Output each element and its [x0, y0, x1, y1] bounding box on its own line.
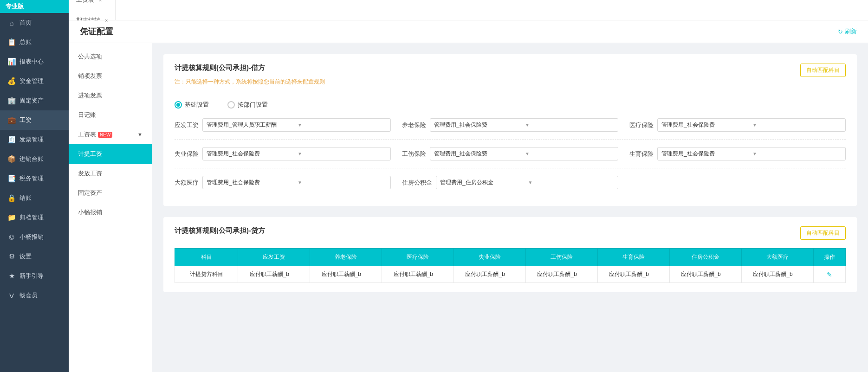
- form-label-生育保险: 生育保险: [629, 150, 654, 158]
- assets-icon: 🏢: [7, 96, 16, 105]
- form-select-失业保险[interactable]: 管理费用_社会保险费 ▼: [202, 147, 391, 160]
- sidebar-item-label: 结账: [19, 194, 32, 202]
- form-label-工伤保险: 工伤保险: [402, 150, 426, 158]
- radio-basic[interactable]: 基础设置: [175, 101, 209, 109]
- sidebar-item-home[interactable]: ⌂首页: [0, 13, 69, 32]
- form-select-工伤保险[interactable]: 管理费用_社会保险费 ▼: [430, 147, 618, 160]
- cell-value-1: 应付职工薪酬_b: [310, 266, 382, 283]
- sidebar-item-funds[interactable]: 💰资金管理: [0, 71, 69, 91]
- form-item-养老保险: 养老保险 管理费用_社会保险费 ▼: [402, 118, 618, 132]
- cell-value-4: 应付职工薪酬_b: [526, 266, 598, 283]
- sidebar-item-assets[interactable]: 🏢固定资产: [0, 91, 69, 110]
- tab-close-period-close[interactable]: ×: [105, 18, 108, 23]
- debit-radio-group: 基础设置 按部门设置: [175, 101, 846, 109]
- radio-department[interactable]: 按部门设置: [227, 101, 268, 109]
- table-row: 计提贷方科目应付职工薪酬_b应付职工薪酬_b应付职工薪酬_b应付职工薪酬_b应付…: [175, 266, 846, 283]
- sidebar-item-guide[interactable]: ★新手引导: [0, 266, 69, 286]
- sidebar-item-ledger[interactable]: 📋总账: [0, 32, 69, 52]
- form-select-value: 管理费用_社会保险费: [207, 150, 296, 158]
- cell-action[interactable]: ✎: [814, 266, 846, 283]
- ledger-icon: 📋: [7, 38, 16, 46]
- col-操作: 操作: [814, 249, 846, 266]
- debit-form-row-2: 大额医疗 管理费用_社会保险费 ▼ 住房公积金 管理费用_住房公积金 ▼: [175, 176, 846, 189]
- dropdown-arrow-icon: ▼: [752, 151, 842, 156]
- form-select-大额医疗[interactable]: 管理费用_社会保险费 ▼: [202, 176, 391, 189]
- dropdown-arrow-icon: ▼: [525, 122, 614, 128]
- right-content: 计提核算规则(公司承担)-借方 注：只能选择一种方式，系统将按照您当前的选择来配…: [152, 43, 868, 372]
- cell-value-3: 应付职工薪酬_b: [454, 266, 526, 283]
- tab-close-payroll[interactable]: ×: [99, 0, 102, 3]
- nav-item-label: 计提工资: [78, 150, 102, 158]
- col-大额医疗: 大额医疗: [742, 249, 814, 266]
- sidebar-item-member[interactable]: V畅会员: [0, 286, 69, 305]
- nav-item-purchase-invoice[interactable]: 进项发票: [69, 86, 152, 105]
- nav-item-label: 固定资产: [78, 189, 102, 197]
- sidebar-item-label: 新手引导: [19, 272, 44, 280]
- sidebar-item-label: 进销台账: [19, 155, 44, 163]
- form-select-应发工资[interactable]: 管理费用_管理人员职工薪酬 ▼: [202, 118, 391, 132]
- page-header: 凭证配置 ↻ 刷新: [69, 20, 868, 43]
- form-item-医疗保险: 医疗保险 管理费用_社会保险费 ▼: [629, 118, 846, 132]
- sidebar-item-invoice[interactable]: 🧾发票管理: [0, 130, 69, 149]
- dropdown-arrow-icon: ▼: [298, 180, 387, 185]
- edit-icon[interactable]: ✎: [827, 271, 832, 278]
- refresh-button[interactable]: ↻ 刷新: [838, 27, 857, 36]
- debit-section-header: 计提核算规则(公司承担)-借方 注：只能选择一种方式，系统将按照您当前的选择来配…: [175, 64, 846, 93]
- close-icon: 🔒: [7, 194, 16, 202]
- member-icon: V: [7, 292, 16, 300]
- cell-value-0: 应付职工薪酬_b: [238, 266, 310, 283]
- debit-section-title: 计提核算规则(公司承担)-借方: [175, 64, 325, 72]
- salary-icon: 💼: [7, 116, 16, 124]
- tab-payroll[interactable]: 工资表×: [69, 0, 116, 10]
- archive-icon: 📁: [7, 213, 16, 222]
- refresh-icon: ↻: [838, 28, 843, 35]
- cell-value-2: 应付职工薪酬_b: [382, 266, 454, 283]
- xcreport-icon: ©: [7, 233, 16, 241]
- sidebar-item-label: 归档管理: [19, 213, 44, 222]
- nav-item-fixed-assets[interactable]: 固定资产: [69, 183, 152, 203]
- sidebar-item-tax[interactable]: 📑税务管理: [0, 169, 69, 188]
- form-label-养老保险: 养老保险: [402, 121, 426, 129]
- form-select-value: 管理费用_管理人员职工薪酬: [207, 121, 296, 129]
- sidebar-item-label: 畅会员: [19, 291, 38, 300]
- app-edition: 专业版: [0, 0, 69, 13]
- radio-basic-circle: [175, 101, 182, 109]
- form-item-住房公积金: 住房公积金 管理费用_住房公积金 ▼: [402, 176, 618, 189]
- nav-item-sales-invoice[interactable]: 销项发票: [69, 66, 152, 86]
- dropdown-arrow-icon: ▼: [298, 151, 387, 156]
- nav-item-pay-salary[interactable]: 发放工资: [69, 164, 152, 183]
- nav-item-calc-salary[interactable]: 计提工资: [69, 144, 152, 164]
- credit-auto-match-button[interactable]: 自动匹配科目: [800, 226, 846, 240]
- form-select-住房公积金[interactable]: 管理费用_住房公积金 ▼: [436, 176, 618, 189]
- dropdown-arrow-icon: ▼: [752, 122, 842, 128]
- sidebar-item-xcreport[interactable]: ©小畅报销: [0, 227, 69, 247]
- nav-item-payroll-table[interactable]: 工资表NEW▼: [69, 125, 152, 144]
- nav-item-public[interactable]: 公共选项: [69, 47, 152, 66]
- nav-item-label: 公共选项: [78, 52, 102, 61]
- nav-item-xc-expense[interactable]: 小畅报销: [69, 203, 152, 222]
- cell-value-7: 应付职工薪酬_b: [742, 266, 814, 283]
- form-item-大额医疗: 大额医疗 管理费用_社会保险费 ▼: [175, 176, 391, 189]
- form-label-应发工资: 应发工资: [175, 121, 199, 129]
- sidebar-item-close[interactable]: 🔒结账: [0, 188, 69, 208]
- form-select-value: 管理费用_社会保险费: [661, 150, 751, 158]
- debit-auto-match-button[interactable]: 自动匹配科目: [800, 64, 846, 77]
- tab-close-voucher-config[interactable]: ×: [105, 38, 108, 44]
- sidebar-item-settings[interactable]: ⚙设置: [0, 247, 69, 266]
- col-应发工资: 应发工资: [238, 249, 310, 266]
- nav-item-diary[interactable]: 日记账: [69, 105, 152, 125]
- cell-value-5: 应付职工薪酬_b: [598, 266, 670, 283]
- form-select-养老保险[interactable]: 管理费用_社会保险费 ▼: [430, 118, 618, 132]
- sidebar-item-archive[interactable]: 📁归档管理: [0, 208, 69, 227]
- radio-basic-label: 基础设置: [185, 101, 209, 109]
- sidebar-item-inventory[interactable]: 📦进销台账: [0, 149, 69, 169]
- tax-icon: 📑: [7, 174, 16, 183]
- col-工伤保险: 工伤保险: [526, 249, 598, 266]
- debit-section-note: 注：只能选择一种方式，系统将按照您当前的选择来配置规则: [175, 78, 325, 86]
- form-select-生育保险[interactable]: 管理费用_社会保险费 ▼: [657, 147, 846, 160]
- form-label-失业保险: 失业保险: [175, 150, 199, 158]
- nav-item-label: 进项发票: [78, 91, 102, 100]
- sidebar-item-salary[interactable]: 💼工资: [0, 110, 69, 130]
- sidebar-item-report[interactable]: 📊报表中心: [0, 52, 69, 71]
- form-select-医疗保险[interactable]: 管理费用_社会保险费 ▼: [657, 118, 846, 132]
